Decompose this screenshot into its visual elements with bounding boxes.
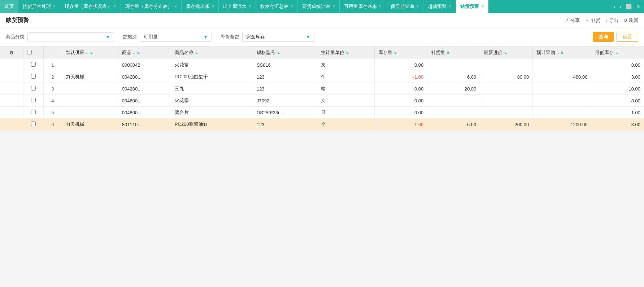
cell-supplier-5: [62, 107, 118, 119]
cell-restock-6: 6.00: [427, 119, 480, 131]
row-checkbox-6[interactable]: [31, 122, 36, 126]
cell-unit-1: 支: [317, 59, 375, 71]
th-default-supplier[interactable]: 默认供应... ⇅: [62, 47, 118, 59]
cell-gear-5: [0, 107, 23, 119]
cell-spec-2: 123: [253, 71, 317, 83]
cell-restock-3: 20.00: [427, 83, 480, 95]
th-stock[interactable]: 库存量 ⇅: [375, 47, 427, 59]
tab-close-all[interactable]: ✕: [634, 4, 643, 9]
th-latest-price[interactable]: 最新进价 ⇅: [480, 47, 533, 59]
action-refresh[interactable]: ↺ 刷新: [623, 17, 638, 24]
tab-close-available-ledger[interactable]: ×: [379, 4, 382, 9]
tab-available-ledger[interactable]: 可用量库存账本 ×: [340, 0, 386, 13]
cell-checkbox-3[interactable]: [23, 83, 43, 95]
cell-estimated-2: 480.00: [533, 71, 591, 83]
sort-icon-spec: ⇅: [277, 51, 280, 55]
filter-restock-base-group: 补货基数 安全库存 ▼: [221, 32, 314, 42]
cell-restock-2: 6.00: [427, 71, 480, 83]
cell-min-stock-2: 3.00: [591, 71, 644, 83]
tab-abnormal[interactable]: 拣货异常处理 ×: [18, 0, 60, 13]
th-product-code-label: 商品...: [122, 49, 135, 56]
tab-inventory-dist[interactable]: 现存量（库存分布表） ×: [121, 0, 182, 13]
table-row[interactable]: 2 力天机械 004200... PC200油缸缸子 123 个 -1.00 6…: [0, 71, 644, 83]
tab-bar: 首页 拣货异常处理 × 现存量（库存状况表） × 现存量（库存分布表） × 库存…: [0, 0, 644, 13]
action-share[interactable]: ↗ 分享: [565, 17, 580, 24]
tab-close-inventory-status[interactable]: ×: [114, 4, 116, 9]
tab-order-stats[interactable]: 要货单统计表 ×: [298, 0, 340, 13]
th-unit[interactable]: 主计量单位 ⇅: [317, 47, 375, 59]
filter-datasource-label: 数据源: [123, 34, 137, 40]
table-row[interactable]: 3 004200... 三九 123 箱 0.00 20.00 10.00: [0, 83, 644, 95]
table-row[interactable]: 4 004600... 火花塞 J7092 支 0.00 8.00: [0, 95, 644, 107]
filter-restock-base-select[interactable]: 安全库存 ▼: [242, 32, 314, 42]
cell-name-1: 火花塞: [171, 59, 253, 71]
table-container: ⚙ 默认供应... ⇅ 商品..: [0, 47, 644, 131]
cell-checkbox-6[interactable]: [23, 119, 43, 131]
tab-inventory-status[interactable]: 现存量（库存状况表） ×: [60, 0, 121, 13]
tab-inout-flow[interactable]: 出入库流水 ×: [219, 0, 256, 13]
tab-close-overstock[interactable]: ×: [449, 4, 451, 9]
cell-checkbox-1[interactable]: [23, 59, 43, 71]
tab-batch-account[interactable]: 库存批次账 ×: [182, 0, 219, 13]
th-min-stock-label: 最低库存: [595, 49, 614, 56]
filter-category-arrow: ▼: [105, 34, 110, 40]
tab-close-shortage[interactable]: ×: [481, 4, 484, 9]
cell-supplier-6: 力天机械: [62, 119, 118, 131]
th-spec[interactable]: 规格型号 ⇅: [253, 47, 317, 59]
cell-gear-3: [0, 83, 23, 95]
filter-datasource-select[interactable]: 可用量 ▼: [140, 32, 212, 42]
tab-close-order-stats[interactable]: ×: [332, 4, 335, 9]
table-row[interactable]: 5 004800... 离合片 DS250*23c... 只 0.00 1.00: [0, 107, 644, 119]
cell-unit-2: 个: [317, 71, 375, 83]
row-checkbox-5[interactable]: [31, 110, 36, 114]
cell-supplier-2: 力天机械: [62, 71, 118, 83]
row-checkbox-2[interactable]: [31, 74, 36, 79]
tab-close-batch-account[interactable]: ×: [212, 4, 214, 9]
tab-close-collect-summary[interactable]: ×: [291, 4, 293, 9]
tab-close-inventory-dist[interactable]: ×: [174, 4, 177, 9]
th-estimated-purchase-label: 预计采购...: [536, 49, 559, 56]
cell-unit-3: 箱: [317, 83, 375, 95]
th-min-stock[interactable]: 最低库存 ⇅: [591, 47, 644, 59]
tab-close-expiry-query[interactable]: ×: [416, 4, 419, 9]
th-restock-qty[interactable]: 补货量 ⇅: [427, 47, 480, 59]
tab-expiry-query[interactable]: 保质期查询 ×: [386, 0, 423, 13]
refresh-icon: ↺: [623, 18, 627, 23]
th-gear[interactable]: ⚙: [0, 47, 23, 59]
th-latest-price-label: 最新进价: [484, 49, 502, 56]
tab-overstock[interactable]: 超储预警 ×: [423, 0, 456, 13]
action-export[interactable]: ↓ 导出: [605, 17, 619, 24]
cell-code-4: 004600...: [118, 95, 171, 107]
tab-maximize[interactable]: ⬜: [623, 4, 634, 9]
th-estimated-purchase[interactable]: 预计采购... ⇅: [533, 47, 591, 59]
cell-supplier-3: [62, 83, 118, 95]
cell-code-2: 004200...: [118, 71, 171, 83]
settings-button[interactable]: 设置: [617, 32, 638, 42]
cell-spec-5: DS250*23c...: [253, 107, 317, 119]
select-all-checkbox[interactable]: [27, 50, 32, 54]
cell-checkbox-2[interactable]: [23, 71, 43, 83]
tab-scroll-right[interactable]: ›: [617, 4, 623, 9]
cell-stock-5: 0.00: [375, 107, 427, 119]
tab-home[interactable]: 首页: [0, 0, 18, 13]
query-button[interactable]: 查询: [593, 32, 614, 42]
action-restock[interactable]: ＋ 补货: [585, 17, 600, 24]
filter-datasource-group: 数据源 可用量 ▼: [123, 32, 212, 42]
th-product-name[interactable]: 商品名称 ⇅: [171, 47, 253, 59]
tab-shortage[interactable]: 缺货预警 ×: [456, 0, 488, 13]
cell-price-5: [480, 107, 533, 119]
tab-close-inout-flow[interactable]: ×: [249, 4, 251, 9]
table-row[interactable]: 6 力天机械 801110... PC200张紧油缸 123 个 -1.00 6…: [0, 119, 644, 131]
row-checkbox-4[interactable]: [31, 98, 36, 102]
cell-price-2: 80.00: [480, 71, 533, 83]
tab-close-abnormal[interactable]: ×: [53, 4, 56, 9]
table-row[interactable]: 1 0000042 火花塞 SS816 支 0.00 8.00: [0, 59, 644, 71]
row-checkbox-1[interactable]: [31, 62, 36, 67]
row-checkbox-3[interactable]: [31, 86, 36, 90]
tab-scroll-left[interactable]: ‹: [612, 4, 618, 9]
cell-checkbox-4[interactable]: [23, 95, 43, 107]
filter-category-select[interactable]: ▼: [27, 32, 114, 41]
cell-checkbox-5[interactable]: [23, 107, 43, 119]
th-product-code[interactable]: 商品... ⇅: [118, 47, 171, 59]
tab-collect-summary[interactable]: 收发存汇总表 ×: [256, 0, 298, 13]
